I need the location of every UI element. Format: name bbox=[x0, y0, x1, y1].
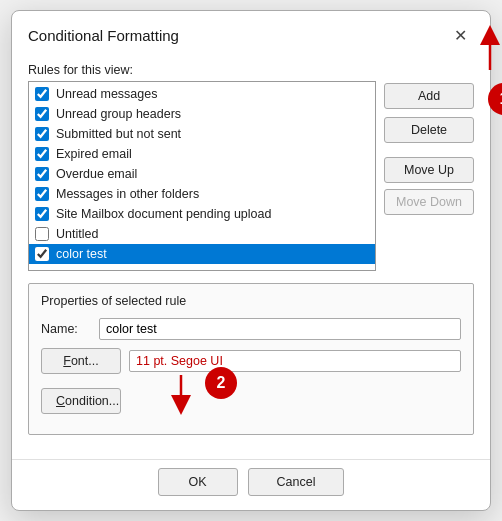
rule-checkbox[interactable] bbox=[35, 127, 49, 141]
rule-item[interactable]: Submitted but not sent bbox=[29, 124, 375, 144]
font-preview: 11 pt. Segoe UI bbox=[129, 350, 461, 372]
rules-list[interactable]: Unread messagesUnread group headersSubmi… bbox=[29, 82, 375, 270]
rule-label: color test bbox=[56, 247, 107, 261]
move-up-button[interactable]: Move Up bbox=[384, 157, 474, 183]
rule-item[interactable]: Expired email bbox=[29, 144, 375, 164]
name-input[interactable] bbox=[99, 318, 461, 340]
rule-label: Expired email bbox=[56, 147, 132, 161]
rule-item[interactable]: Untitled bbox=[29, 224, 375, 244]
rule-item[interactable]: color test bbox=[29, 244, 375, 264]
name-label: Name: bbox=[41, 322, 91, 336]
condition-button[interactable]: Condition... bbox=[41, 388, 121, 414]
dialog-footer: OK Cancel bbox=[12, 459, 490, 510]
rules-list-container: Unread messagesUnread group headersSubmi… bbox=[28, 81, 376, 271]
close-button[interactable]: ✕ bbox=[446, 21, 474, 49]
annotation-badge-1: 1 bbox=[488, 83, 502, 115]
rule-item[interactable]: Unread messages bbox=[29, 84, 375, 104]
rule-checkbox[interactable] bbox=[35, 187, 49, 201]
rule-checkbox[interactable] bbox=[35, 247, 49, 261]
properties-title: Properties of selected rule bbox=[41, 294, 461, 308]
rules-section-label: Rules for this view: bbox=[28, 63, 474, 77]
delete-button[interactable]: Delete bbox=[384, 117, 474, 143]
rule-label: Messages in other folders bbox=[56, 187, 199, 201]
font-row: Font... 11 pt. Segoe UI 2 bbox=[41, 348, 461, 374]
rule-item[interactable]: Site Mailbox document pending upload bbox=[29, 204, 375, 224]
rules-buttons: Add Delete Move Up Move Down bbox=[384, 81, 474, 271]
rule-item[interactable]: Overdue email bbox=[29, 164, 375, 184]
rule-checkbox[interactable] bbox=[35, 167, 49, 181]
rule-item[interactable]: Unread group headers bbox=[29, 104, 375, 124]
name-row: Name: bbox=[41, 318, 461, 340]
ok-button[interactable]: OK bbox=[158, 468, 238, 496]
dialog-body: Rules for this view: Unread messagesUnre… bbox=[12, 55, 490, 459]
rules-area: Unread messagesUnread group headersSubmi… bbox=[28, 81, 474, 271]
add-button[interactable]: Add bbox=[384, 83, 474, 109]
rule-checkbox[interactable] bbox=[35, 207, 49, 221]
conditional-formatting-dialog: Conditional Formatting ✕ Rules for this … bbox=[11, 10, 491, 511]
condition-row: Condition... bbox=[41, 388, 461, 414]
rule-label: Unread group headers bbox=[56, 107, 181, 121]
title-bar: Conditional Formatting ✕ bbox=[12, 11, 490, 55]
move-down-button[interactable]: Move Down bbox=[384, 189, 474, 215]
rule-checkbox[interactable] bbox=[35, 227, 49, 241]
rule-label: Submitted but not sent bbox=[56, 127, 181, 141]
rule-checkbox[interactable] bbox=[35, 147, 49, 161]
dialog-title: Conditional Formatting bbox=[28, 27, 179, 44]
font-button[interactable]: Font... bbox=[41, 348, 121, 374]
rule-label: Site Mailbox document pending upload bbox=[56, 207, 271, 221]
rule-checkbox[interactable] bbox=[35, 87, 49, 101]
rule-item[interactable]: Messages in other folders bbox=[29, 184, 375, 204]
rule-label: Untitled bbox=[56, 227, 98, 241]
rule-label: Overdue email bbox=[56, 167, 137, 181]
rule-checkbox[interactable] bbox=[35, 107, 49, 121]
rule-label: Unread messages bbox=[56, 87, 157, 101]
cancel-button[interactable]: Cancel bbox=[248, 468, 345, 496]
properties-section: Properties of selected rule Name: Font..… bbox=[28, 283, 474, 435]
